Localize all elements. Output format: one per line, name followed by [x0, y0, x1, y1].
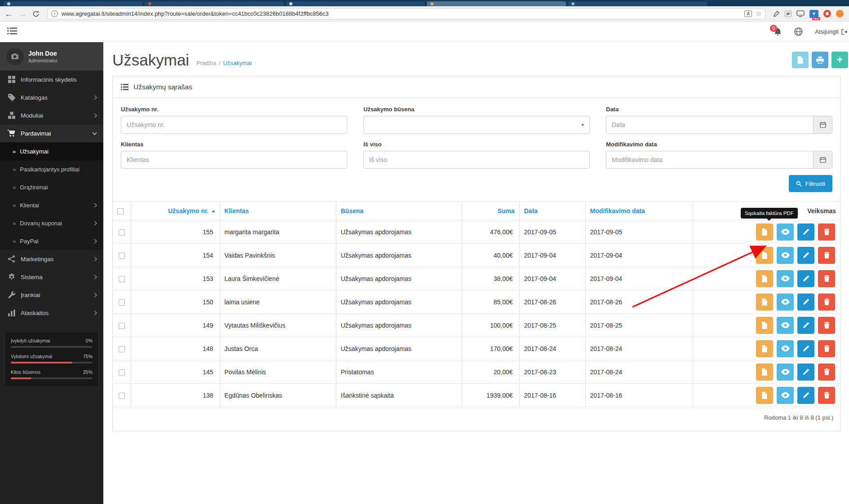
date-modified-input[interactable]	[606, 151, 813, 168]
sidebar-item-system[interactable]: Sistema	[0, 268, 103, 286]
forward-button[interactable]: →	[18, 10, 27, 18]
delete-button[interactable]	[818, 224, 835, 241]
delete-button[interactable]	[818, 270, 835, 287]
notifications-button[interactable]: 0	[767, 22, 788, 42]
browser-tab[interactable]	[4, 1, 143, 6]
order-status-select[interactable]: ▾	[363, 116, 590, 134]
delete-button[interactable]	[818, 340, 835, 357]
row-checkbox[interactable]	[119, 369, 125, 376]
view-button[interactable]	[777, 294, 794, 311]
delete-button[interactable]	[818, 364, 835, 381]
invoice-print-button[interactable]	[792, 52, 809, 68]
view-button[interactable]	[777, 340, 794, 357]
shipping-print-button[interactable]	[812, 52, 828, 68]
row-checkbox[interactable]	[119, 346, 125, 352]
date-picker-button[interactable]	[813, 116, 832, 133]
submenu-item-recurring-profiles[interactable]: » Pasikartojantys profiliai	[0, 160, 103, 178]
total-input[interactable]	[364, 151, 589, 168]
date-input[interactable]	[606, 116, 813, 133]
sort-customer-link[interactable]: Klientas	[225, 207, 249, 215]
logout-button[interactable]: Atsijungti	[809, 28, 849, 35]
edit-button[interactable]	[797, 340, 814, 357]
select-all-checkbox[interactable]	[117, 208, 124, 215]
sidebar-item-modules[interactable]: Moduliai	[0, 106, 103, 124]
stores-button[interactable]	[788, 22, 809, 42]
row-checkbox[interactable]	[119, 276, 125, 282]
filter-button[interactable]: Filtruoti	[789, 175, 832, 192]
sort-total-link[interactable]: Suma	[497, 207, 514, 215]
sidebar-item-sales[interactable]: Pardavimai	[0, 124, 103, 142]
delete-button[interactable]	[818, 387, 835, 404]
screenshot-extension-icon[interactable]	[796, 10, 805, 17]
edit-button[interactable]	[797, 387, 814, 404]
red-circle-extension-icon[interactable]	[823, 10, 831, 18]
submenu-item-gift-vouchers[interactable]: » Dovanų kuponai	[0, 214, 103, 232]
view-button[interactable]	[777, 364, 794, 381]
sidebar-item-catalog[interactable]: Katalogas	[0, 88, 103, 106]
view-button[interactable]	[777, 247, 794, 264]
browser-tab[interactable]	[568, 1, 707, 6]
invoice-pdf-button[interactable]	[756, 340, 773, 357]
view-button[interactable]	[777, 317, 794, 334]
orange-circle-extension-icon[interactable]	[836, 10, 844, 18]
browser-tab[interactable]	[145, 1, 284, 6]
eyedropper-extension-icon[interactable]	[773, 10, 780, 17]
add-order-button[interactable]: +	[831, 52, 848, 68]
view-button[interactable]	[777, 224, 794, 241]
customer-input[interactable]	[121, 151, 347, 168]
row-checkbox[interactable]	[119, 323, 125, 329]
sidebar-item-tools[interactable]: Įrankiai	[0, 286, 103, 304]
edit-button[interactable]	[797, 364, 814, 381]
refresh-button[interactable]	[32, 10, 40, 18]
delete-button[interactable]	[818, 247, 835, 264]
breadcrumb-current-link[interactable]: Užsakymai	[223, 60, 252, 66]
submenu-item-returns[interactable]: » Grąžinimai	[0, 178, 103, 196]
address-bar[interactable]: i www.agregatai.lt/siteadmin14/index.php…	[47, 8, 765, 19]
invoice-pdf-button[interactable]	[756, 270, 773, 287]
delete-button[interactable]	[818, 294, 835, 311]
browser-tab[interactable]	[286, 1, 425, 6]
row-checkbox[interactable]	[119, 299, 125, 306]
sidebar-item-marketing[interactable]: Marketingas	[0, 250, 103, 268]
sidebar-toggle-button[interactable]	[7, 27, 17, 36]
view-button[interactable]	[777, 270, 794, 287]
date-modified-picker-button[interactable]	[813, 151, 832, 168]
sort-date-link[interactable]: Data	[524, 207, 538, 215]
sort-status-link[interactable]: Būsena	[341, 207, 364, 215]
breadcrumb-home-link[interactable]: Pradžia	[196, 60, 216, 66]
modified-cell: 2017-08-16	[585, 384, 693, 407]
edit-button[interactable]	[797, 294, 814, 311]
submenu-item-paypal[interactable]: » PayPal	[0, 232, 103, 250]
row-checkbox[interactable]	[119, 393, 125, 399]
invoice-pdf-button[interactable]	[756, 364, 773, 381]
extension-icons: IP ▾New	[773, 10, 845, 18]
invoice-pdf-button[interactable]	[756, 247, 773, 264]
edit-button[interactable]	[797, 317, 814, 334]
ip-extension-icon[interactable]: IP	[785, 11, 792, 17]
sidebar-item-dashboard[interactable]: Informacinis skydelis	[0, 70, 103, 88]
edit-button[interactable]	[797, 247, 814, 264]
view-button[interactable]	[777, 387, 794, 404]
delete-button[interactable]	[818, 317, 835, 334]
row-checkbox[interactable]	[119, 253, 125, 259]
sort-modified-link[interactable]: Modifikavimo data	[590, 207, 645, 215]
order-no-input[interactable]	[121, 116, 347, 133]
url-text[interactable]: www.agregatai.lt/siteadmin14/index.php?r…	[62, 10, 329, 17]
invoice-pdf-button[interactable]	[756, 224, 773, 241]
back-button[interactable]: ←	[4, 10, 13, 18]
sort-order-no-link[interactable]: Užsakymo nr.	[168, 207, 215, 215]
bookmark-star-icon[interactable]: ☆	[756, 10, 761, 17]
invoice-pdf-button[interactable]	[756, 387, 773, 404]
submenu-item-customers[interactable]: » Klientai	[0, 196, 103, 214]
invoice-pdf-button[interactable]	[756, 317, 773, 334]
translate-icon[interactable]: A	[744, 10, 752, 17]
browser-tab-active[interactable]	[427, 1, 566, 6]
invoice-pdf-button[interactable]	[756, 294, 773, 311]
edit-button[interactable]	[797, 224, 814, 241]
submenu-item-orders[interactable]: » Užsakymai	[0, 142, 103, 160]
download-extension-icon[interactable]: ▾New	[809, 10, 818, 18]
sidebar-item-reports[interactable]: Ataskaitos	[0, 304, 103, 322]
row-checkbox[interactable]	[119, 229, 125, 236]
page-info-icon[interactable]: i	[51, 10, 58, 17]
edit-button[interactable]	[797, 270, 814, 287]
